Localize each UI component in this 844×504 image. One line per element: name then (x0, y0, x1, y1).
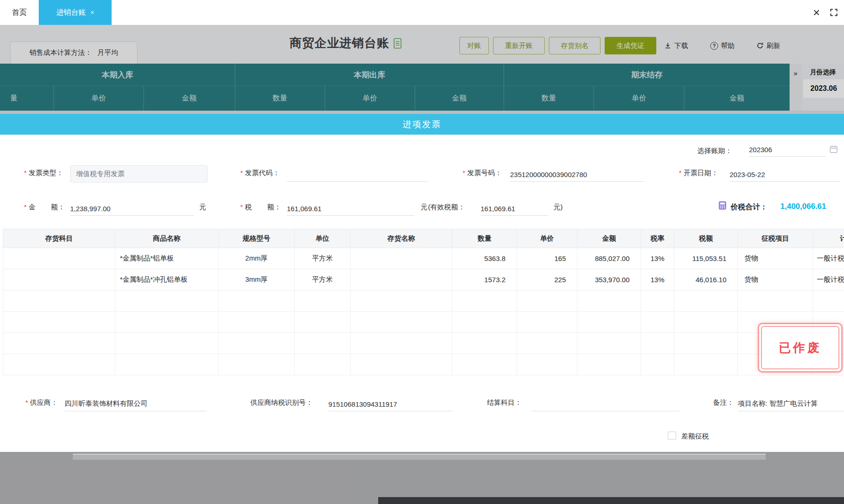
close-icon[interactable]: × (813, 6, 820, 18)
tax-input[interactable]: 161,069.61 (287, 199, 414, 216)
table-cell[interactable]: 1573.2 (452, 269, 517, 291)
table-cell[interactable] (115, 312, 219, 333)
table-cell[interactable] (577, 333, 641, 354)
effective-tax-suffix: 元) (553, 203, 563, 212)
table-cell[interactable] (674, 291, 738, 312)
table-cell[interactable] (295, 291, 351, 312)
table-cell[interactable] (674, 312, 738, 333)
settlement-account-input[interactable] (531, 395, 680, 411)
table-cell[interactable] (517, 333, 577, 354)
table-cell[interactable] (517, 312, 577, 333)
invoice-no-label: 发票号码： (467, 169, 502, 178)
supplier-tax-id-input[interactable]: 915106813094311917 (328, 395, 452, 411)
table-cell[interactable]: 13% (641, 248, 674, 269)
effective-tax-value: 161,069.61 (481, 205, 515, 213)
table-cell[interactable] (577, 312, 641, 333)
table-cell[interactable] (641, 333, 674, 354)
table-cell[interactable] (674, 354, 738, 375)
period-input[interactable]: 202306 (749, 140, 826, 157)
effective-tax-input[interactable]: 161,069.61 (481, 199, 548, 216)
table-cell[interactable]: 46,016.10 (674, 269, 738, 291)
table-cell[interactable] (351, 269, 452, 291)
table-cell[interactable] (295, 312, 351, 333)
table-cell[interactable]: 货物 (738, 269, 813, 291)
header-cell: 税率 (641, 229, 674, 248)
invoice-date-input[interactable]: 2023-05-22 (730, 165, 840, 182)
table-cell[interactable]: 一般计税 (813, 248, 844, 269)
table-cell[interactable] (577, 354, 641, 375)
table-cell[interactable] (115, 333, 219, 354)
required-mark: * (240, 169, 243, 177)
tax-label: 税 额： (245, 203, 281, 212)
table-cell[interactable] (3, 291, 115, 312)
modal-title: 进项发票 (403, 119, 441, 130)
fullscreen-icon[interactable] (829, 8, 838, 17)
table-cell[interactable] (517, 354, 577, 375)
table-cell[interactable] (3, 354, 115, 375)
table-cell[interactable] (452, 354, 517, 375)
table-cell[interactable] (219, 333, 295, 354)
table-cell[interactable] (452, 312, 517, 333)
table-cell[interactable] (3, 248, 115, 269)
table-cell[interactable]: 2mm厚 (219, 248, 295, 269)
invoice-date-value: 2023-05-22 (730, 171, 765, 178)
invoice-type-input[interactable]: 增值税专用发票 (70, 165, 208, 183)
diff-tax-checkbox[interactable] (668, 432, 676, 440)
table-cell[interactable] (452, 333, 517, 354)
table-cell[interactable] (738, 291, 813, 312)
required-mark: * (463, 169, 465, 177)
table-cell[interactable] (351, 291, 452, 312)
table-cell[interactable]: *金属制品*冲孔铝单板 (115, 269, 219, 291)
table-cell[interactable]: 平方米 (295, 248, 351, 269)
header-cell: 单价 (517, 229, 577, 248)
table-cell[interactable] (641, 312, 674, 333)
invoice-no-input[interactable]: 23512000000039002780 (510, 165, 645, 182)
table-cell[interactable] (3, 312, 115, 333)
tab-home[interactable]: 首页 (0, 0, 39, 25)
table-cell[interactable] (219, 354, 295, 375)
table-cell[interactable] (351, 248, 452, 269)
table-cell[interactable]: *金属制品*铝单板 (115, 248, 219, 269)
table-cell[interactable] (219, 312, 295, 333)
table-cell[interactable] (219, 291, 295, 312)
table-cell[interactable]: 5363.8 (452, 248, 517, 269)
required-mark: * (240, 203, 243, 211)
table-cell[interactable] (295, 333, 351, 354)
table-cell[interactable]: 225 (517, 269, 577, 291)
table-cell[interactable]: 353,970.00 (577, 269, 641, 291)
table-cell[interactable] (517, 291, 577, 312)
table-cell[interactable] (577, 291, 641, 312)
table-cell[interactable]: 885,027.00 (577, 248, 641, 269)
calendar-icon[interactable] (829, 145, 838, 154)
table-cell[interactable] (813, 291, 844, 312)
table-cell[interactable] (115, 354, 219, 375)
tab-close-icon[interactable]: × (90, 9, 94, 16)
table-cell[interactable] (641, 354, 674, 375)
table-cell[interactable] (295, 354, 351, 375)
table-cell[interactable]: 115,053.51 (674, 248, 738, 269)
table-cell[interactable]: 165 (517, 248, 577, 269)
invoice-code-input[interactable] (287, 165, 428, 182)
amount-input[interactable]: 1,238,997.00 (70, 199, 194, 216)
table-cell[interactable] (351, 354, 452, 375)
table-cell[interactable]: 3mm厚 (219, 269, 295, 291)
table-cell[interactable]: 货物 (738, 248, 813, 269)
remark-input[interactable]: 项目名称: 智慧广电云计算 (738, 395, 844, 411)
table-cell[interactable]: 13% (641, 269, 674, 291)
table-cell[interactable] (351, 312, 452, 333)
table-cell[interactable] (115, 291, 219, 312)
table-cell[interactable]: 一般计税 (813, 269, 844, 291)
table-cell[interactable] (3, 333, 115, 354)
tab-purchase-sales-ledger[interactable]: 进销台账 × (39, 0, 112, 25)
table-cell[interactable] (452, 291, 517, 312)
supplier-tax-id-label: 供应商纳税识别号： (250, 398, 313, 407)
table-cell[interactable]: 平方米 (295, 269, 351, 291)
table-cell[interactable] (641, 291, 674, 312)
table-cell[interactable] (351, 333, 452, 354)
voided-stamp-text: 已作废 (761, 326, 839, 369)
table-cell[interactable] (3, 269, 115, 291)
supplier-input[interactable]: 四川昕泰装饰材料有限公司 (65, 395, 207, 411)
amount-value: 1,238,997.00 (70, 205, 111, 213)
table-cell[interactable] (674, 333, 738, 354)
modal-title-banner: 进项发票 (0, 114, 844, 135)
